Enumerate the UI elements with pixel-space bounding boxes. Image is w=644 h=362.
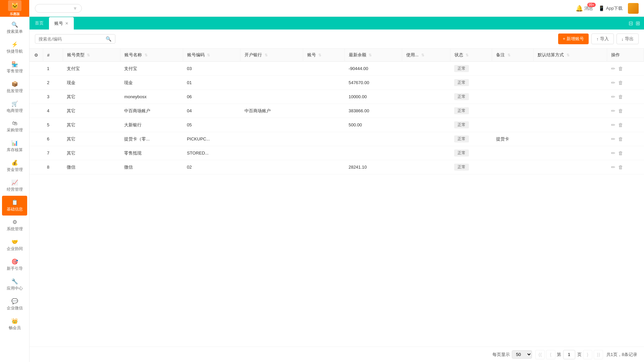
import-button[interactable]: ↑ 导入 <box>591 34 614 44</box>
cell-code-4: 05 <box>183 118 240 132</box>
tab-accounts-close[interactable]: ✕ <box>65 21 68 26</box>
prev-page-button[interactable]: ⟨ <box>546 350 555 359</box>
sidebar-item-system-mgmt[interactable]: ⚙ 系统管理 <box>0 216 29 235</box>
page-current-wrap: 第 页 <box>557 350 582 359</box>
delete-icon-4[interactable]: 🗑 <box>618 122 623 128</box>
cell-bank-4 <box>240 118 303 132</box>
cell-action-3: ✏ 🗑 <box>607 104 644 118</box>
cell-settlement-2 <box>534 90 607 104</box>
col-settings[interactable]: ⚙ <box>30 49 43 62</box>
topbar-search-input[interactable] <box>39 6 73 11</box>
user-avatar[interactable] <box>628 3 639 14</box>
col-status[interactable]: 状态 ⇅ <box>450 49 492 62</box>
sidebar-item-purchase-mgmt[interactable]: 🛍 采购管理 <box>0 117 29 136</box>
col-usage[interactable]: 使用... ⇅ <box>402 49 450 62</box>
sidebar-nav: 🔍 搜索菜单 ⚡ 快捷导航 🏪 零售管理 📦 批发管理 🛒 电商管理 🛍 采购管… <box>0 17 29 362</box>
next-page-button[interactable]: ⟩ <box>583 350 592 359</box>
col-code[interactable]: 账号编码 ⇅ <box>183 49 240 62</box>
app-download-button[interactable]: 📱 App下载 <box>598 5 623 11</box>
col-default-settlement[interactable]: 默认结算方式 ⇅ <box>534 49 607 62</box>
account-search-input[interactable] <box>39 37 106 42</box>
edit-icon-7[interactable]: ✏ <box>611 164 615 170</box>
page-suffix: 页 <box>577 352 582 358</box>
edit-icon-5[interactable]: ✏ <box>611 136 615 142</box>
cell-remark-1 <box>492 76 534 90</box>
edit-icon-0[interactable]: ✏ <box>611 66 615 72</box>
delete-icon-7[interactable]: 🗑 <box>618 164 623 170</box>
col-account[interactable]: 账号 ⇅ <box>303 49 344 62</box>
cell-account-2 <box>303 90 344 104</box>
col-remark[interactable]: 备注 ⇅ <box>492 49 534 62</box>
sidebar-item-enterprise-agreement[interactable]: 🤝 企业协同 <box>0 235 29 255</box>
cell-remark-0 <box>492 62 534 76</box>
cell-code-5: PICKUPC... <box>183 132 240 146</box>
page-number-input[interactable] <box>563 350 575 359</box>
sidebar-item-ecommerce-mgmt[interactable]: 🛒 电商管理 <box>0 97 29 117</box>
edit-icon-1[interactable]: ✏ <box>611 80 615 86</box>
sidebar-item-quick-nav[interactable]: ⚡ 快捷导航 <box>0 38 29 58</box>
cell-code-0: 03 <box>183 62 240 76</box>
export-button[interactable]: ↓ 导出 <box>616 34 639 44</box>
table-row: 4 其它 中百商场账户 04 中百商场账户 383866.00 正常 ✏ 🗑 <box>30 104 644 118</box>
cell-type-4: 其它 <box>63 118 120 132</box>
delete-icon-3[interactable]: 🗑 <box>618 108 623 114</box>
edit-icon-3[interactable]: ✏ <box>611 108 615 114</box>
edit-icon-2[interactable]: ✏ <box>611 94 615 100</box>
col-type[interactable]: 账号类型 ⇅ <box>63 49 120 62</box>
sort-icon-type: ⇅ <box>87 53 90 57</box>
table-row: 2 现金 现金 01 547670.00 正常 ✏ 🗑 <box>30 76 644 90</box>
cell-name-3: 中百商场账户 <box>120 104 183 118</box>
delete-icon-5[interactable]: 🗑 <box>618 136 623 142</box>
sidebar-item-search-menu[interactable]: 🔍 搜索菜单 <box>0 18 29 38</box>
tab-minimize-icon[interactable]: ⊟ <box>629 20 633 26</box>
sidebar-item-finance-mgmt[interactable]: 💰 资金管理 <box>0 156 29 176</box>
sidebar-item-enterprise-wechat[interactable]: 💬 企业微信 <box>0 295 29 314</box>
edit-icon-6[interactable]: ✏ <box>611 150 615 156</box>
content-area: 🔍 + 新增账号 ↑ 导入 ↓ 导出 ⚙ <box>30 29 644 362</box>
cell-status-3: 正常 <box>450 104 492 118</box>
tab-maximize-icon[interactable]: ⊞ <box>636 20 640 26</box>
main-area: ▼ 🔔 消息 99+ 📱 App下载 首页 账号 ✕ <box>30 0 644 362</box>
cell-action-6: ✏ 🗑 <box>607 146 644 160</box>
sidebar-item-operations-mgmt[interactable]: 📈 经营管理 <box>0 176 29 196</box>
sidebar-item-retail-mgmt[interactable]: 🏪 零售管理 <box>0 58 29 77</box>
add-account-button[interactable]: + 新增账号 <box>558 34 589 44</box>
status-badge: 正常 <box>454 79 469 86</box>
first-page-button[interactable]: ⟨⟨ <box>535 350 545 359</box>
status-badge: 正常 <box>454 107 469 114</box>
cell-action-4: ✏ 🗑 <box>607 118 644 132</box>
delete-icon-1[interactable]: 🗑 <box>618 80 623 85</box>
delete-icon-6[interactable]: 🗑 <box>618 150 623 156</box>
status-badge: 正常 <box>454 121 469 128</box>
col-balance[interactable]: 最新余额 ⇅ <box>344 49 402 62</box>
sidebar-item-wholesale-mgmt[interactable]: 📦 批发管理 <box>0 77 29 97</box>
delete-icon-2[interactable]: 🗑 <box>618 94 623 100</box>
edit-icon-4[interactable]: ✏ <box>611 122 615 128</box>
cell-account-1 <box>303 76 344 90</box>
cell-name-6: 零售抵现 <box>120 146 183 160</box>
col-name[interactable]: 账号名称 ⇅ <box>120 49 183 62</box>
tab-home[interactable]: 首页 <box>30 17 49 29</box>
tab-accounts[interactable]: 账号 ✕ <box>49 17 74 30</box>
delete-icon-0[interactable]: 🗑 <box>618 66 623 71</box>
sidebar-item-chang-membership[interactable]: 👑 畅会员 <box>0 314 29 334</box>
sidebar-item-label: 企业协同 <box>7 246 23 252</box>
topbar-right: 🔔 消息 99+ 📱 App下载 <box>576 3 639 14</box>
cell-settings-3 <box>30 104 43 118</box>
sort-icon-code: ⇅ <box>207 53 210 57</box>
app-logo: 🐱 乐惠版 <box>0 0 29 17</box>
cell-account-0 <box>303 62 344 76</box>
sidebar-item-basic-info[interactable]: 📋 基础信息 <box>2 196 27 216</box>
cell-usage-4 <box>402 118 450 132</box>
last-page-button[interactable]: ⟩⟩ <box>594 350 603 359</box>
col-bank[interactable]: 开户银行 ⇅ <box>240 49 303 62</box>
cell-settings-0 <box>30 62 43 76</box>
sidebar-item-newcomer-guide[interactable]: 🎯 新手引导 <box>0 255 29 275</box>
sidebar-item-label: 畅会员 <box>9 325 21 331</box>
per-page-select[interactable]: 50 100 200 <box>512 350 532 359</box>
message-button[interactable]: 🔔 消息 99+ <box>576 5 593 12</box>
sidebar-item-app-center[interactable]: 🔧 应用中心 <box>0 275 29 295</box>
pagination: 每页显示 50 100 200 ⟨⟨ ⟨ 第 页 ⟩ ⟩⟩ 共1页，8条记录 <box>30 347 644 362</box>
cell-name-4: 大新银行 <box>120 118 183 132</box>
sidebar-item-inventory-calc[interactable]: 📊 库存核算 <box>0 136 29 156</box>
